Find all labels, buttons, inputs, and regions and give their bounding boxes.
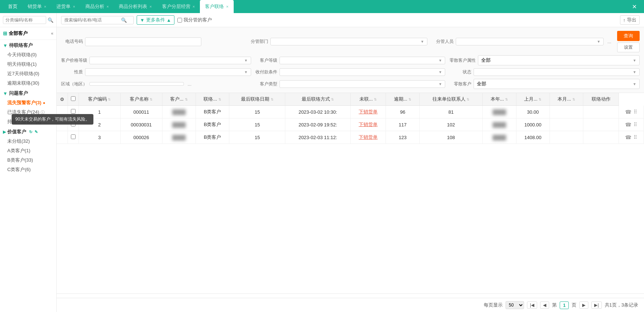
prev-page-button[interactable]: ◀ [540, 301, 549, 309]
contact-action-icon[interactable]: ☎ [625, 109, 631, 115]
settings-button[interactable]: 设置 [617, 42, 640, 52]
filter-region-select[interactable] [89, 82, 184, 86]
tab-sales[interactable]: 销货单 × [23, 0, 51, 13]
col-this-month[interactable]: 本月... ⇅ [550, 93, 583, 106]
sidebar-search-input[interactable] [3, 16, 46, 24]
sidebar-item-class-a[interactable]: A类客户(1) [0, 146, 56, 155]
more-conditions-label: 更多条件 [146, 17, 165, 23]
total-info: 共1页，3条记录 [605, 302, 638, 308]
sidebar-item-ungrouped[interactable]: 未分组(32) [0, 137, 56, 146]
row-last-method[interactable]: 下销货单 [350, 118, 386, 131]
row-last-method[interactable]: 下销货单 [350, 131, 386, 144]
contact-action-icon[interactable]: ☎ [625, 122, 631, 127]
filter-customer-type-select[interactable]: ▼ [279, 80, 446, 88]
section-value-customers[interactable]: ▶ 价值客户 ↻ ✎ [0, 126, 56, 137]
first-page-button[interactable]: |◀ [527, 301, 537, 309]
more-action-icon[interactable]: ⠿ [633, 134, 637, 140]
page-size-select[interactable]: 50 100 200 [506, 301, 524, 309]
col-uncontacted[interactable]: 未联... ⇅ [350, 93, 386, 106]
tab-home[interactable]: 首页 [3, 0, 23, 13]
col-settings[interactable]: ⚙ [57, 93, 68, 106]
row-contact: 15 [229, 131, 285, 144]
more-action-icon[interactable]: ⠿ [633, 109, 637, 115]
filter-zero-purchase-select[interactable]: 全部 ▼ [478, 55, 640, 65]
col-this-year[interactable]: 本年... ⇅ [483, 93, 516, 106]
filter-dept-select[interactable]: ▼ [270, 38, 427, 45]
section-problem-customers[interactable]: ▼ 问题客户 [0, 88, 56, 98]
sidebar-item-class-b[interactable]: B类客户(33) [0, 155, 56, 165]
filter-price-level-select[interactable]: ▼ [89, 57, 251, 64]
refresh-icon[interactable]: ↻ [29, 130, 32, 134]
row-actions[interactable]: ☎ ⠿ [619, 131, 644, 144]
tab-analysis-list[interactable]: 商品分析列表 × [114, 0, 157, 13]
more-options-icon[interactable]: ... [186, 81, 193, 87]
row-last-method[interactable]: 下销货单 [350, 106, 386, 118]
page-size-label: 每页显示 [484, 302, 503, 308]
my-customers-check[interactable] [177, 18, 182, 23]
row-checkbox[interactable] [68, 131, 79, 144]
filter-person-select[interactable]: ▼ [456, 38, 604, 45]
query-button[interactable]: 查询 [617, 31, 640, 41]
filter-payment-select[interactable]: ▼ [279, 68, 446, 76]
col-name[interactable]: 客户名称 ⇅ [120, 93, 162, 106]
select-all-checkbox[interactable] [71, 96, 76, 101]
last-page-button[interactable]: ▶| [591, 301, 601, 309]
edit-icon[interactable]: ✎ [35, 130, 38, 134]
more-conditions-button[interactable]: ▼ 更多条件 ▲ [137, 15, 174, 25]
more-action-icon[interactable]: ⠿ [633, 122, 637, 127]
tab-customer-tier[interactable]: 客户分层经营 × [157, 0, 200, 13]
sidebar-item-today[interactable]: 今天待联络(0) [0, 50, 56, 60]
filter-zero-customer-select[interactable]: 全部 ▼ [474, 79, 640, 89]
col-overdue[interactable]: 逾期... ⇅ [386, 93, 419, 106]
item-label: 逾期未联络(30) [7, 80, 39, 86]
table-row: 2 00030031 ████ B类客户 15 2023-02-09 19:52… [57, 118, 644, 131]
sidebar-item-tomorrow[interactable]: 明天待联络(1) [0, 60, 56, 69]
filter-search-input[interactable] [64, 17, 119, 23]
sidebar-all-customers[interactable]: ⊞ 全部客户 « [0, 27, 56, 40]
filter-search-icon[interactable]: 🔍 [121, 17, 127, 23]
section-pending-contact[interactable]: ▼ 待联络客户 [0, 40, 56, 50]
col-type[interactable]: 客户... ⇅ [162, 93, 196, 106]
horizontal-scrollbar[interactable] [57, 293, 644, 298]
row-select-checkbox[interactable] [71, 109, 76, 114]
current-page: 1 [560, 301, 569, 309]
export-button[interactable]: ↑ 导出 [620, 15, 640, 25]
close-icon[interactable]: × [226, 0, 228, 13]
sidebar-item-class-c[interactable]: C类客户(6) [0, 165, 56, 174]
row-actions[interactable]: ☎ ⠿ [619, 106, 644, 118]
col-last-method[interactable]: 最后联络方式 ⇅ [285, 93, 350, 106]
row-select-checkbox[interactable] [71, 134, 76, 139]
window-close-button[interactable]: ✕ [628, 3, 641, 10]
close-icon[interactable]: × [73, 0, 75, 13]
close-icon[interactable]: × [106, 0, 109, 13]
filter-dept-label: 分管部门 [246, 39, 268, 45]
col-last-date[interactable]: 最后联络日期 ⇅ [229, 93, 285, 106]
filter-customer-level-select[interactable]: ▼ [279, 57, 446, 64]
tab-analysis[interactable]: 商品分析 × [80, 0, 114, 13]
col-contact-person[interactable]: 往来单位联系人 ⇅ [419, 93, 483, 106]
row-this-year: 1000.00 [516, 118, 550, 131]
next-page-button[interactable]: ▶ [579, 301, 588, 309]
close-icon[interactable]: × [193, 0, 195, 13]
sidebar-item-churn-warning[interactable]: 流失预警客户(3) ● [0, 98, 56, 108]
filter-search-box[interactable]: 🔍 [61, 16, 134, 24]
close-icon[interactable]: × [149, 0, 152, 13]
row-actions[interactable]: ☎ ⠿ [619, 118, 644, 131]
filter-phone-input[interactable] [85, 37, 201, 46]
col-code[interactable]: 客户编码 ⇅ [79, 93, 120, 106]
sidebar-item-7days[interactable]: 近7天待联络(0) [0, 69, 56, 78]
filter-status-select[interactable]: ▼ [474, 68, 640, 76]
col-contact[interactable]: 联络... ⇅ [196, 93, 229, 106]
collapse-icon[interactable]: « [51, 31, 53, 36]
contact-action-icon[interactable]: ☎ [625, 134, 631, 140]
close-icon[interactable]: × [44, 0, 46, 13]
my-customers-checkbox[interactable]: 我分管的客户 [177, 17, 212, 23]
col-last-month[interactable]: 上月... ⇅ [516, 93, 550, 106]
item-label: 流失预警客户(3) [7, 100, 41, 106]
tab-customer-contact[interactable]: 客户联络 × [200, 0, 233, 13]
sidebar-item-overdue[interactable]: 逾期未联络(30) [0, 78, 56, 88]
col-checkbox[interactable] [68, 93, 79, 106]
more-options-icon[interactable]: ... [606, 39, 613, 44]
filter-gender-select[interactable]: ▼ [85, 68, 251, 76]
tab-purchase[interactable]: 进货单 × [51, 0, 80, 13]
